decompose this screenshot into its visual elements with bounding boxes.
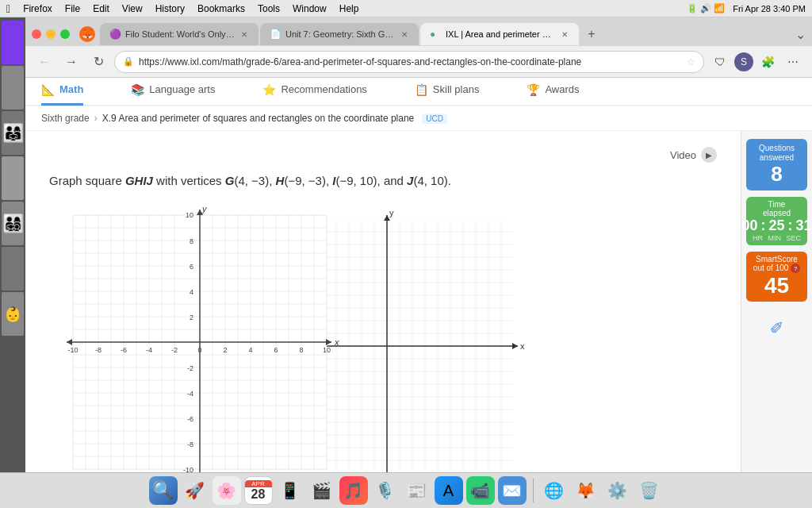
menu-help[interactable]: Help	[339, 3, 359, 14]
nav-recommendations-label: Recommendations	[281, 83, 366, 95]
sidebar-thumb-1[interactable]	[2, 21, 24, 64]
sidebar-thumb-5[interactable]: 👨‍👩‍👧‍👦	[2, 202, 24, 245]
min-label: MIN	[768, 234, 781, 242]
svg-text:6: 6	[190, 263, 193, 271]
video-link[interactable]: Video ▶	[49, 147, 717, 163]
recommendations-icon: ⭐	[262, 83, 276, 96]
menu-file[interactable]: File	[65, 3, 80, 14]
apple-menu[interactable]: 	[6, 2, 10, 15]
maximize-button[interactable]	[60, 29, 70, 39]
menu-tools[interactable]: Tools	[258, 3, 280, 14]
dock-chrome[interactable]: 🌐	[540, 476, 569, 505]
profile-icon[interactable]: S	[734, 52, 753, 71]
svg-text:-6: -6	[121, 346, 127, 354]
dock-firefox[interactable]: 🦊	[572, 476, 600, 505]
tab-expand-button[interactable]: ⌄	[795, 27, 806, 42]
svg-text:4: 4	[190, 288, 193, 296]
exercise-area: Video ▶ Graph square GHIJ with vertices …	[25, 131, 812, 472]
coordinate-grid[interactable]: x y -10 -8 -6	[49, 203, 717, 473]
svg-text:-10: -10	[183, 466, 193, 473]
tab-ixl[interactable]: ● IXL | Area and perimeter of squ... ✕	[420, 23, 579, 45]
refresh-button[interactable]: ↻	[87, 51, 109, 73]
pencil-icon[interactable]: ✏	[764, 316, 789, 341]
nav-awards[interactable]: 🏆 Awards	[527, 77, 579, 106]
shield-icon[interactable]: 🛡	[709, 51, 731, 73]
breadcrumb-grade[interactable]: Sixth grade	[41, 113, 90, 124]
sidebar-thumb-2[interactable]	[2, 66, 24, 110]
sidebar-thumb-3[interactable]: 👨‍👩‍👧	[2, 111, 24, 155]
ixl-nav: 📐 Math 📚 Language arts ⭐ Recommendations…	[25, 78, 812, 106]
nav-recommendations[interactable]: ⭐ Recommendations	[262, 77, 366, 106]
sidebar-thumb-6[interactable]	[2, 247, 24, 291]
svg-text:2: 2	[223, 346, 227, 354]
firefox-icon: 🦊	[79, 26, 95, 42]
menu-edit[interactable]: Edit	[93, 3, 109, 14]
tab-unit7-favicon: 📄	[270, 29, 281, 40]
language-arts-icon: 📚	[131, 83, 144, 96]
dock-settings[interactable]: ⚙️	[603, 476, 632, 505]
svg-text:8: 8	[190, 237, 193, 245]
stats-time-elapsed: Timeelapsed 00 : 25 : 31 HR MIN SEC	[746, 197, 807, 245]
dock-iphone[interactable]: 📱	[276, 476, 304, 505]
dock-finder[interactable]: 🔍	[149, 476, 178, 505]
skill-plans-icon: 📋	[415, 83, 428, 96]
dock-calendar[interactable]: APR 28	[244, 476, 273, 505]
nav-language-arts-label: Language arts	[149, 83, 215, 95]
dock-mail[interactable]: ✉️	[498, 476, 527, 505]
dock-tv[interactable]: 🎬	[308, 476, 336, 505]
dock-appstore[interactable]: A	[435, 476, 463, 505]
svg-text:6: 6	[274, 346, 278, 354]
dock-photos[interactable]: 🌸	[213, 476, 241, 505]
menu-bookmarks[interactable]: Bookmarks	[197, 3, 245, 14]
close-button[interactable]	[32, 29, 41, 39]
back-button[interactable]: ←	[33, 51, 56, 73]
dock-podcasts[interactable]: 🎙️	[371, 476, 400, 505]
stats-colon1: :	[760, 217, 765, 234]
new-tab-button[interactable]: +	[580, 23, 603, 45]
tab-unit7[interactable]: 📄 Unit 7: Geometry: Sixth Grade ✕	[260, 23, 419, 45]
tab-filo-close[interactable]: ✕	[239, 29, 249, 40]
sidebar-thumb-7[interactable]: 👶	[2, 292, 24, 336]
dock-facetime[interactable]: 📹	[466, 476, 495, 505]
tab-ixl-title: IXL | Area and perimeter of squ...	[446, 29, 555, 39]
menu-firefox[interactable]: Firefox	[23, 3, 52, 14]
dock-music[interactable]: 🎵	[339, 476, 368, 505]
svg-text:-4: -4	[146, 346, 152, 354]
sidebar-thumb-4[interactable]	[2, 156, 24, 200]
svg-marker-41	[512, 343, 518, 349]
extension-icon[interactable]: 🧩	[756, 51, 779, 73]
lock-icon: 🔒	[123, 56, 134, 67]
nav-bar: ← → ↻ 🔒 https://www.ixl.com/math/grade-6…	[25, 46, 812, 78]
nav-math[interactable]: 📐 Math	[41, 77, 83, 106]
nav-language-arts[interactable]: 📚 Language arts	[131, 77, 215, 106]
tab-filo[interactable]: 🟣 Filo Student: World's Only Live ... ✕	[100, 23, 259, 45]
stats-sec: 31	[796, 217, 812, 234]
stats-questions-answered: Questionsanswered 8	[746, 139, 807, 190]
svg-marker-87	[326, 339, 331, 345]
menu-history[interactable]: History	[155, 3, 185, 14]
forward-button[interactable]: →	[60, 51, 82, 73]
svg-text:x: x	[520, 341, 525, 351]
stats-smartscore: SmartScoreout of 100 ? 45	[746, 252, 807, 302]
video-play-icon[interactable]: ▶	[701, 147, 717, 163]
menu-window[interactable]: Window	[293, 3, 327, 14]
dock-news[interactable]: 📰	[403, 476, 431, 505]
hr-label: HR	[753, 234, 763, 242]
menu-view[interactable]: View	[122, 3, 143, 14]
tab-ixl-close[interactable]: ✕	[560, 29, 569, 40]
svg-text:0: 0	[197, 346, 201, 354]
svg-text:10: 10	[323, 346, 331, 354]
question-text: Graph square GHIJ with vertices G(4, −3)…	[49, 172, 717, 190]
dock-launchpad[interactable]: 🚀	[181, 476, 209, 505]
svg-marker-88	[67, 339, 72, 345]
minimize-button[interactable]	[46, 29, 56, 39]
breadcrumb-separator: ›	[94, 113, 98, 124]
tab-unit7-close[interactable]: ✕	[400, 29, 409, 40]
dock-trash[interactable]: 🗑️	[635, 476, 664, 505]
nav-skill-plans[interactable]: 📋 Skill plans	[415, 77, 480, 106]
bookmark-icon[interactable]: ☆	[687, 56, 695, 67]
more-icon[interactable]: ⋯	[782, 51, 804, 73]
tab-filo-favicon: 🟣	[109, 29, 121, 40]
address-bar[interactable]: 🔒 https://www.ixl.com/math/grade-6/area-…	[114, 51, 704, 73]
svg-text:-4: -4	[187, 390, 193, 398]
